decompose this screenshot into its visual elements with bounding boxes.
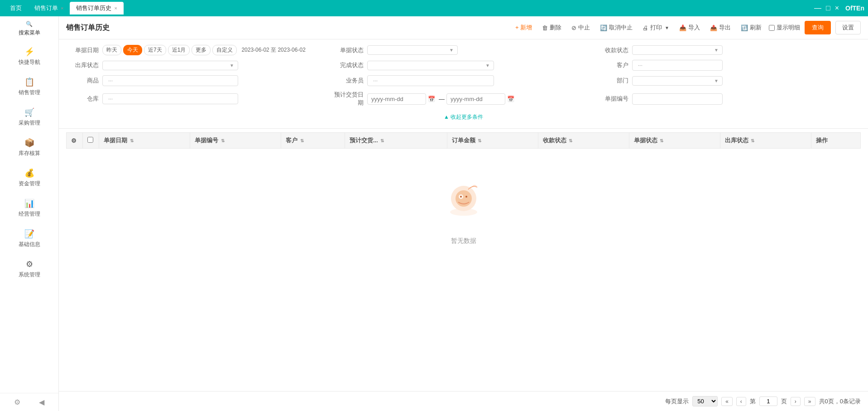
today-btn[interactable]: 今天 bbox=[123, 45, 142, 55]
sidebar-item-basic-info[interactable]: 📝 基础信息 bbox=[0, 223, 58, 254]
department-select[interactable]: ▼ bbox=[632, 76, 723, 86]
first-page-btn[interactable]: « bbox=[721, 397, 733, 406]
table-area: ⚙ 单据日期 ⇅ 单据编号 ⇅ bbox=[59, 129, 868, 391]
show-detail-checkbox[interactable] bbox=[769, 25, 775, 31]
goods-select[interactable]: ··· bbox=[102, 75, 238, 86]
order-number-control[interactable] bbox=[632, 93, 861, 105]
complete-status-select[interactable]: ▼ bbox=[367, 61, 494, 70]
last-page-btn[interactable]: » bbox=[804, 397, 815, 406]
sidebar-search[interactable]: 🔍 搜索菜单 bbox=[0, 16, 58, 41]
sidebar-item-operations[interactable]: 📊 经营管理 bbox=[0, 193, 58, 223]
select-all-checkbox[interactable] bbox=[87, 137, 93, 143]
col-payment-status-sort[interactable]: ⇅ bbox=[569, 138, 572, 143]
close-btn[interactable]: × bbox=[835, 4, 839, 12]
next-page-btn[interactable]: › bbox=[791, 397, 801, 406]
col-amount-sort[interactable]: ⇅ bbox=[478, 138, 481, 143]
new-btn[interactable]: + 新增 bbox=[513, 22, 535, 34]
cal-icon-to[interactable]: 📅 bbox=[507, 96, 514, 102]
cal-icon-from[interactable]: 📅 bbox=[428, 96, 435, 102]
department-control[interactable]: ▼ bbox=[632, 76, 861, 86]
delivery-date-to[interactable] bbox=[446, 93, 505, 105]
set-button[interactable]: 设置 bbox=[835, 21, 861, 34]
sidebar-item-purchase-mgmt[interactable]: 🛒 采购管理 bbox=[0, 102, 58, 132]
delivery-status-control[interactable]: ▼ bbox=[102, 61, 331, 70]
empty-state: 暂无数据 bbox=[67, 149, 861, 272]
tab-sales-order-history[interactable]: 销售订单历史 × bbox=[70, 2, 123, 15]
main-layout: 🔍 搜索菜单 ⚡ 快捷导航 📋 销售管理 🛒 采购管理 📦 库存核算 💰 资金管… bbox=[0, 16, 868, 411]
col-delivery-date-sort[interactable]: ⇅ bbox=[380, 138, 384, 143]
sidebar-item-inventory[interactable]: 📦 库存核算 bbox=[0, 132, 58, 163]
col-delivery-status: 出库状态 ⇅ bbox=[720, 133, 811, 149]
sidebar-item-sales-mgmt[interactable]: 📋 销售管理 bbox=[0, 72, 58, 102]
tab-sales-order[interactable]: 销售订单 × bbox=[28, 2, 70, 15]
custom-date-btn[interactable]: 自定义 bbox=[212, 45, 237, 55]
col-date-sort[interactable]: ⇅ bbox=[130, 138, 134, 143]
show-detail-checkbox-label[interactable]: 显示明细 bbox=[769, 24, 800, 32]
order-status-control[interactable]: ▼ bbox=[367, 45, 596, 55]
col-number-sort[interactable]: ⇅ bbox=[221, 138, 225, 143]
stop-btn[interactable]: ⊘ 中止 bbox=[569, 22, 593, 34]
order-number-input[interactable] bbox=[632, 93, 723, 105]
col-checkbox[interactable] bbox=[83, 133, 99, 149]
customer-select[interactable]: ··· bbox=[632, 60, 723, 71]
query-button[interactable]: 查询 bbox=[805, 21, 831, 34]
svg-point-5 bbox=[465, 196, 467, 198]
salesman-control[interactable]: ··· bbox=[367, 75, 596, 86]
delete-btn[interactable]: 🗑 删除 bbox=[539, 22, 564, 34]
salesman-more-icon[interactable]: ··· bbox=[373, 77, 378, 84]
col-delivery-date: 预计交货... ⇅ bbox=[345, 133, 447, 149]
sidebar-collapse-icon[interactable]: ◀ bbox=[39, 398, 44, 406]
cancel-stop-icon: 🔄 bbox=[600, 24, 607, 31]
tab-sales-order-close[interactable]: × bbox=[61, 5, 63, 11]
cancel-stop-btn[interactable]: 🔄 取消中止 bbox=[597, 22, 635, 34]
customer-more-icon[interactable]: ··· bbox=[638, 62, 643, 68]
salesman-select[interactable]: ··· bbox=[367, 75, 494, 86]
order-status-select[interactable]: ▼ bbox=[367, 45, 458, 55]
restore-btn[interactable]: □ bbox=[826, 4, 830, 12]
col-order-status-sort[interactable]: ⇅ bbox=[660, 138, 663, 143]
filter-row-1: 单据日期 昨天 今天 近7天 近1月 更多 自定义 2023-06-02 至 2… bbox=[66, 45, 861, 55]
import-btn[interactable]: 📥 导入 bbox=[676, 22, 703, 34]
goods-control[interactable]: ··· bbox=[102, 75, 331, 86]
minimize-btn[interactable]: — bbox=[814, 4, 821, 12]
tab-sales-order-history-close[interactable]: × bbox=[114, 5, 117, 11]
export-btn[interactable]: 📤 导出 bbox=[707, 22, 734, 34]
yesterday-btn[interactable]: 昨天 bbox=[102, 45, 121, 55]
refresh-btn[interactable]: 🔃 刷新 bbox=[738, 22, 764, 34]
page-input[interactable] bbox=[759, 396, 777, 406]
collapse-row[interactable]: ▲ 收起更多条件 bbox=[66, 111, 861, 123]
print-btn[interactable]: 🖨 打印 ▼ bbox=[640, 22, 672, 34]
table-settings-icon[interactable]: ⚙ bbox=[71, 137, 77, 144]
col-settings[interactable]: ⚙ bbox=[67, 133, 83, 149]
col-customer-label: 客户 bbox=[286, 137, 297, 144]
purchase-mgmt-icon: 🛒 bbox=[24, 107, 34, 117]
7days-btn[interactable]: 近7天 bbox=[144, 45, 166, 55]
delivery-date-from[interactable] bbox=[367, 93, 426, 105]
goods-more-icon[interactable]: ··· bbox=[108, 77, 113, 84]
sidebar-settings-icon[interactable]: ⚙ bbox=[14, 398, 20, 406]
print-icon: 🖨 bbox=[643, 24, 648, 31]
col-customer: 客户 ⇅ bbox=[281, 133, 345, 149]
complete-status-control[interactable]: ▼ bbox=[367, 61, 596, 70]
sidebar-item-basic-info-label: 基础信息 bbox=[19, 241, 40, 248]
customer-control[interactable]: ··· bbox=[632, 60, 861, 71]
warehouse-control[interactable]: ··· bbox=[102, 93, 331, 104]
tab-home[interactable]: 首页 bbox=[4, 2, 28, 15]
warehouse-more-icon[interactable]: ··· bbox=[108, 96, 113, 102]
1month-btn[interactable]: 近1月 bbox=[168, 45, 190, 55]
col-delivery-status-sort[interactable]: ⇅ bbox=[751, 138, 754, 143]
page-container: 销售订单历史 + 新增 🗑 删除 ⊘ 中止 🔄 取消中止 bbox=[59, 16, 868, 411]
delivery-status-select[interactable]: ▼ bbox=[102, 61, 238, 70]
payment-status-select[interactable]: ▼ bbox=[632, 45, 723, 55]
more-date-btn[interactable]: 更多 bbox=[192, 45, 211, 55]
sidebar-item-finance[interactable]: 💰 资金管理 bbox=[0, 163, 58, 193]
warehouse-select[interactable]: ··· bbox=[102, 93, 238, 104]
date-range-display: 2023-06-02 至 2023-06-02 bbox=[241, 46, 305, 54]
payment-status-control[interactable]: ▼ bbox=[632, 45, 861, 55]
col-customer-sort[interactable]: ⇅ bbox=[300, 138, 304, 143]
col-action-label: 操作 bbox=[816, 137, 828, 144]
sidebar-item-quick-nav[interactable]: ⚡ 快捷导航 bbox=[0, 41, 58, 72]
per-page-select[interactable]: 50 100 200 bbox=[692, 396, 718, 406]
prev-page-btn[interactable]: ‹ bbox=[736, 397, 746, 406]
sidebar-item-system-mgmt[interactable]: ⚙ 系统管理 bbox=[0, 254, 58, 284]
